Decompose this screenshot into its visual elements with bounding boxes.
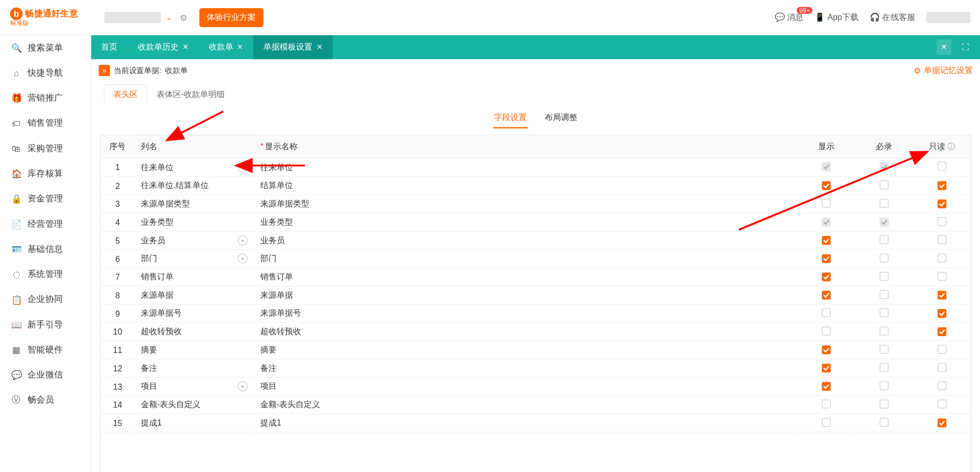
checkbox[interactable] xyxy=(822,382,830,390)
close-icon[interactable]: ✕ xyxy=(237,43,243,52)
checkbox[interactable] xyxy=(938,253,946,262)
sub-tab-0[interactable]: 字段设置 xyxy=(493,108,528,128)
sidebar-item-5[interactable]: 🏠库存核算 xyxy=(0,161,90,186)
tab-0[interactable]: 首页 xyxy=(91,35,128,59)
add-icon[interactable]: + xyxy=(238,162,248,173)
cell-display-name[interactable]: 项目 xyxy=(254,377,797,396)
fullscreen-icon[interactable]: ⛶ xyxy=(958,40,973,55)
add-icon[interactable]: + xyxy=(238,382,248,392)
checkbox[interactable] xyxy=(822,399,830,408)
checkbox[interactable] xyxy=(822,199,830,207)
sidebar-item-10[interactable]: 📋企业协同 xyxy=(0,287,90,312)
checkbox[interactable] xyxy=(880,399,889,408)
checkbox[interactable] xyxy=(938,418,946,427)
add-icon[interactable]: + xyxy=(238,253,248,264)
support-link[interactable]: 🎧 在线客服 xyxy=(870,12,915,23)
area-tab-0[interactable]: 表头区 xyxy=(104,84,147,103)
checkbox[interactable] xyxy=(938,291,946,299)
sidebar-item-0[interactable]: 🔍搜索菜单 xyxy=(0,35,90,60)
help-icon[interactable]: ⓘ xyxy=(947,142,955,151)
checkbox[interactable] xyxy=(938,363,946,371)
checkbox[interactable] xyxy=(938,181,946,190)
checkbox[interactable] xyxy=(822,363,830,372)
sidebar-item-9[interactable]: ◌系统管理 xyxy=(0,262,90,287)
checkbox[interactable] xyxy=(880,326,889,335)
checkbox[interactable] xyxy=(880,235,889,244)
checkbox[interactable] xyxy=(822,345,830,354)
cell-display-name[interactable]: 金额-表头自定义 xyxy=(254,395,797,414)
cell-display-name[interactable]: 业务员 xyxy=(254,231,797,250)
cell-index: 5 xyxy=(101,231,135,250)
checkbox[interactable] xyxy=(880,417,889,426)
checkbox[interactable] xyxy=(880,290,889,298)
close-icon[interactable]: ✕ xyxy=(316,43,323,52)
tab-2[interactable]: 收款单✕ xyxy=(199,35,253,59)
checkbox[interactable] xyxy=(822,235,830,244)
checkbox[interactable] xyxy=(938,345,946,353)
checkbox[interactable] xyxy=(822,326,830,335)
cell-display-name[interactable]: 来源单据号 xyxy=(254,304,797,323)
checkbox[interactable] xyxy=(880,308,889,317)
checkbox[interactable] xyxy=(938,381,946,390)
tab-3[interactable]: 单据模板设置✕ xyxy=(253,35,332,59)
checkbox[interactable] xyxy=(822,291,830,299)
tab-1[interactable]: 收款单历史✕ xyxy=(128,35,199,59)
cell-display-name[interactable]: 摘要 xyxy=(254,341,797,359)
sidebar-item-8[interactable]: 🪪基础信息 xyxy=(0,237,90,262)
memory-settings-link[interactable]: ⚙ 单据记忆设置 xyxy=(914,65,973,76)
account-selector[interactable]: ⌄ xyxy=(105,12,173,23)
try-plan-button[interactable]: 体验行业方案 xyxy=(200,8,264,27)
cell-display-name[interactable]: 往来单位 xyxy=(254,158,797,177)
close-all-tabs-icon[interactable]: ✕ xyxy=(936,40,951,55)
account-settings-icon[interactable]: ⚙ xyxy=(180,12,188,22)
checkbox[interactable] xyxy=(880,381,889,390)
sidebar-item-7[interactable]: 📄经营管理 xyxy=(0,211,90,237)
checkbox[interactable] xyxy=(938,235,946,244)
cell-display-name[interactable]: 部门 xyxy=(254,249,797,268)
area-tab-1[interactable]: 表体区-收款单明细 xyxy=(147,84,234,103)
checkbox[interactable] xyxy=(938,162,946,171)
sidebar-item-3[interactable]: 🏷销售管理 xyxy=(0,111,90,136)
checkbox[interactable] xyxy=(822,254,830,263)
cell-display-name[interactable]: 销售订单 xyxy=(254,268,797,286)
checkbox[interactable] xyxy=(938,217,946,225)
checkbox[interactable] xyxy=(938,327,946,336)
sidebar-item-6[interactable]: 🔒资金管理 xyxy=(0,186,90,211)
expand-panel-icon[interactable]: » xyxy=(99,65,110,76)
messages-link[interactable]: 💬 消息 99+ xyxy=(775,12,804,23)
checkbox[interactable] xyxy=(822,272,830,281)
cell-name: 超收转预收 xyxy=(135,322,254,341)
app-download-link[interactable]: 📱 App下载 xyxy=(815,12,858,23)
cell-display-name[interactable]: 超收转预收 xyxy=(254,322,797,341)
checkbox[interactable] xyxy=(822,181,830,190)
checkbox[interactable] xyxy=(880,272,889,280)
sidebar-item-11[interactable]: 📖新手引导 xyxy=(0,312,90,337)
sub-tab-1[interactable]: 布局调整 xyxy=(543,108,578,128)
checkbox[interactable] xyxy=(880,363,889,371)
sidebar-item-13[interactable]: 💬企业微信 xyxy=(0,363,90,388)
cell-display-name[interactable]: 备注 xyxy=(254,359,797,377)
cell-display-name[interactable]: 提成1 xyxy=(254,414,797,432)
checkbox[interactable] xyxy=(938,309,946,317)
sidebar-item-12[interactable]: ▦智能硬件 xyxy=(0,337,90,362)
checkbox[interactable] xyxy=(938,272,946,280)
checkbox[interactable] xyxy=(880,253,889,262)
checkbox[interactable] xyxy=(822,417,830,426)
checkbox[interactable] xyxy=(822,308,830,317)
sidebar-item-1[interactable]: ⌂快捷导航 xyxy=(0,60,90,85)
sidebar-item-4[interactable]: 🛍采购管理 xyxy=(0,136,90,161)
checkbox[interactable] xyxy=(938,399,946,408)
checkbox[interactable] xyxy=(938,199,946,208)
user-name-redacted[interactable] xyxy=(926,12,970,23)
close-icon[interactable]: ✕ xyxy=(182,43,188,52)
checkbox[interactable] xyxy=(880,199,889,207)
sidebar-item-2[interactable]: 🎁营销推广 xyxy=(0,86,90,111)
cell-display-name[interactable]: 来源单据 xyxy=(254,286,797,304)
cell-display-name[interactable]: 业务类型 xyxy=(254,213,797,231)
sidebar-item-14[interactable]: Ⓥ畅会员 xyxy=(0,388,90,413)
cell-display-name[interactable]: 结算单位 xyxy=(254,177,797,195)
checkbox[interactable] xyxy=(880,180,889,189)
checkbox[interactable] xyxy=(880,345,889,353)
add-icon[interactable]: + xyxy=(238,235,248,246)
cell-display-name[interactable]: 来源单据类型 xyxy=(254,195,797,213)
